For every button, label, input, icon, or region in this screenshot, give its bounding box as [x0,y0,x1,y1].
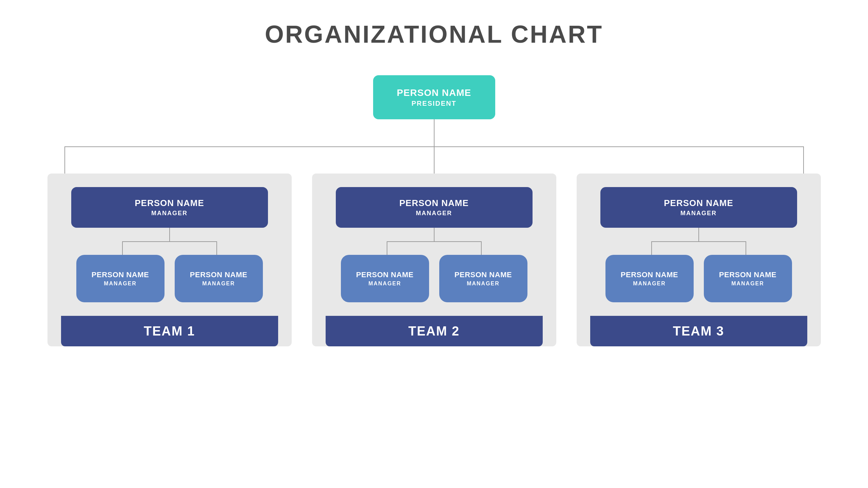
team2-manager-role: MANAGER [416,210,452,217]
team3-sub-connector [590,228,807,255]
team2-sub1-role: MANAGER [368,281,401,287]
top-v-drops [64,146,804,174]
team1-sub-v-left [122,241,123,255]
team3-sub2-node: PERSON NAME MANAGER [704,255,792,302]
teams-row: PERSON NAME MANAGER PERSON NAME MANAGER … [44,174,824,346]
team3-sub-v-line [698,228,699,241]
top-h-connector-wrapper [44,146,824,174]
team2-sub-v-line [434,228,435,241]
team1-sub1-node: PERSON NAME MANAGER [76,255,165,302]
team3-manager-name: PERSON NAME [664,198,733,208]
team2-sub1-node: PERSON NAME MANAGER [341,255,429,302]
team1-manager-role: MANAGER [151,210,188,217]
team3-sub-h-line [651,241,746,242]
org-chart: PERSON NAME PRESIDENT PERSON NAME MANAGE… [0,75,868,346]
team2-manager-node: PERSON NAME MANAGER [336,187,533,228]
team1-manager-node: PERSON NAME MANAGER [71,187,268,228]
team3-sub2-name: PERSON NAME [719,270,776,279]
v-drop-team3 [803,146,804,174]
president-connector-vertical [434,119,435,146]
team2-sub-connector [326,228,543,255]
team1-sub2-name: PERSON NAME [190,270,247,279]
team2-sub1-name: PERSON NAME [356,270,413,279]
president-name: PERSON NAME [397,87,471,98]
team2-sub2-role: MANAGER [467,281,500,287]
team3-sub1-role: MANAGER [633,281,666,287]
team-panel-1: PERSON NAME MANAGER PERSON NAME MANAGER … [47,174,292,346]
team2-sub-managers: PERSON NAME MANAGER PERSON NAME MANAGER [341,255,527,302]
team1-sub-managers: PERSON NAME MANAGER PERSON NAME MANAGER [76,255,263,302]
team3-sub1-name: PERSON NAME [621,270,678,279]
team2-sub2-name: PERSON NAME [455,270,512,279]
v-drop-team2 [434,146,435,174]
president-role: PRESIDENT [411,100,456,107]
team1-sub2-node: PERSON NAME MANAGER [175,255,263,302]
team3-sub1-node: PERSON NAME MANAGER [605,255,694,302]
team3-sub-v-right [746,241,746,255]
team3-sub2-role: MANAGER [731,281,764,287]
team2-sub-v-left [387,241,387,255]
team2-sub2-node: PERSON NAME MANAGER [439,255,527,302]
v-drop-team1 [64,146,65,174]
team1-sub-connector [61,228,278,255]
team2-sub-h-line [387,241,482,242]
team-panel-2: PERSON NAME MANAGER PERSON NAME MANAGER … [312,174,556,346]
team1-sub1-role: MANAGER [104,281,137,287]
team1-sub1-name: PERSON NAME [92,270,149,279]
team2-manager-name: PERSON NAME [399,198,469,208]
team3-label: TEAM 3 [590,316,807,346]
team2-sub-v-right [481,241,482,255]
team3-manager-role: MANAGER [680,210,717,217]
team2-label: TEAM 2 [326,316,543,346]
team1-sub-h-line [122,241,217,242]
team1-sub-v-line [169,228,170,241]
team3-manager-node: PERSON NAME MANAGER [600,187,797,228]
team3-sub-managers: PERSON NAME MANAGER PERSON NAME MANAGER [605,255,792,302]
team-panel-3: PERSON NAME MANAGER PERSON NAME MANAGER … [577,174,821,346]
team1-sub-v-right [216,241,217,255]
team1-label: TEAM 1 [61,316,278,346]
team1-sub2-role: MANAGER [202,281,235,287]
team3-sub-v-left [651,241,652,255]
page-title: ORGANIZATIONAL CHART [265,20,603,48]
president-node: PERSON NAME PRESIDENT [373,75,495,119]
team1-manager-name: PERSON NAME [135,198,204,208]
